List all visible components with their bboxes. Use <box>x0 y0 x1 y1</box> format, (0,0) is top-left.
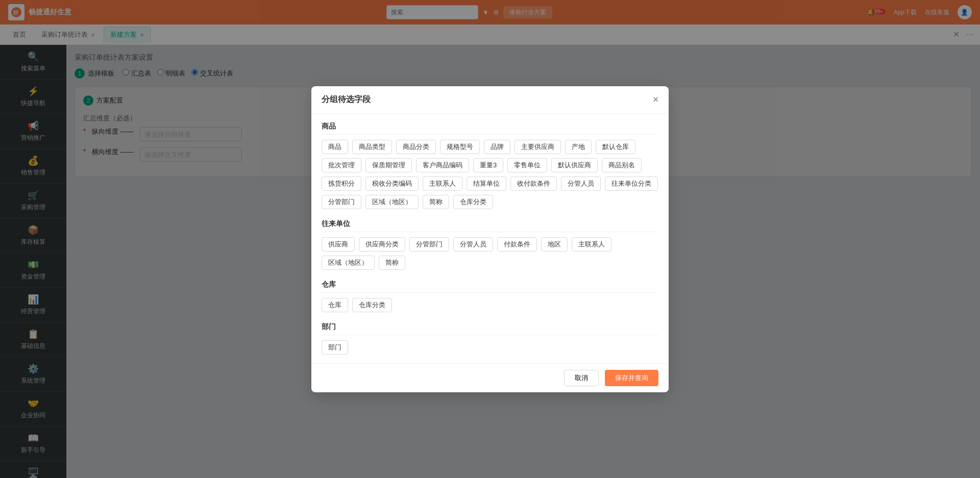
tag-goods-region[interactable]: 区域（地区） <box>365 195 419 209</box>
tag-dept-dept[interactable]: 部门 <box>322 340 348 355</box>
tag-partner-manager[interactable]: 分管人员 <box>453 237 493 251</box>
section-dept-tags: 部门 <box>322 340 658 355</box>
tag-goods-default-warehouse[interactable]: 默认仓库 <box>596 140 635 154</box>
tag-warehouse-cat[interactable]: 仓库分类 <box>352 298 392 312</box>
modal-footer: 取消 保存并查询 <box>311 363 669 392</box>
tag-goods-alias[interactable]: 商品别名 <box>602 158 642 172</box>
section-warehouse-title: 仓库 <box>322 280 658 293</box>
tag-goods-partner-cat[interactable]: 往来单位分类 <box>605 177 658 191</box>
section-warehouse: 仓库 仓库 仓库分类 <box>322 280 658 312</box>
tag-partner-supplier-cat[interactable]: 供应商分类 <box>359 237 405 251</box>
tag-goods-customer-code[interactable]: 客户商品编码 <box>416 158 469 172</box>
tag-goods-dept[interactable]: 分管部门 <box>322 195 361 209</box>
modal-cancel-btn[interactable]: 取消 <box>564 370 599 386</box>
tag-goods-manager[interactable]: 分管人员 <box>561 177 601 191</box>
tag-goods-abbr[interactable]: 简称 <box>423 195 449 209</box>
section-goods-title: 商品 <box>322 122 658 135</box>
tag-goods-origin[interactable]: 产地 <box>565 140 592 154</box>
section-partner-title: 往来单位 <box>322 219 658 232</box>
tag-warehouse-wh[interactable]: 仓库 <box>322 298 348 312</box>
tag-goods-batch[interactable]: 批次管理 <box>322 158 361 172</box>
modal-header: 分组待选字段 × <box>311 86 669 114</box>
modal-field-select: 分组待选字段 × 商品 商品 商品类型 商品分类 规格型号 品牌 主要供应商 产… <box>311 86 669 392</box>
tag-goods-tax-code[interactable]: 税收分类编码 <box>365 177 419 191</box>
tag-goods-retail-unit[interactable]: 零售单位 <box>507 158 547 172</box>
tag-goods-type[interactable]: 商品类型 <box>352 140 392 154</box>
tag-partner-supplier[interactable]: 供应商 <box>322 237 355 251</box>
tag-goods-weight[interactable]: 重量3 <box>473 158 503 172</box>
modal-confirm-btn[interactable]: 保存并查询 <box>605 370 658 386</box>
tag-goods-main-supplier[interactable]: 主要供应商 <box>514 140 561 154</box>
section-dept: 部门 部门 <box>322 322 658 355</box>
tag-goods-quality[interactable]: 保质期管理 <box>365 158 412 172</box>
tag-goods-default-supplier[interactable]: 默认供应商 <box>551 158 598 172</box>
modal-backdrop: 分组待选字段 × 商品 商品 商品类型 商品分类 规格型号 品牌 主要供应商 产… <box>0 0 980 478</box>
modal-body: 商品 商品 商品类型 商品分类 规格型号 品牌 主要供应商 产地 默认仓库 批次… <box>311 114 669 363</box>
tag-goods-brand[interactable]: 品牌 <box>484 140 510 154</box>
tag-goods-payment-terms[interactable]: 收付款条件 <box>510 177 557 191</box>
modal-close-btn[interactable]: × <box>653 94 658 105</box>
tag-goods-wh-cat[interactable]: 仓库分类 <box>453 195 493 209</box>
modal-title: 分组待选字段 <box>322 94 371 105</box>
tag-partner-dept[interactable]: 分管部门 <box>409 237 449 251</box>
tag-partner-contact[interactable]: 主联系人 <box>572 237 611 251</box>
section-partner: 往来单位 供应商 供应商分类 分管部门 分管人员 付款条件 地区 主联系人 区域… <box>322 219 658 270</box>
tag-partner-payment[interactable]: 付款条件 <box>497 237 537 251</box>
tag-partner-region[interactable]: 地区 <box>541 237 568 251</box>
tag-partner-abbr[interactable]: 简称 <box>379 256 405 270</box>
section-goods: 商品 商品 商品类型 商品分类 规格型号 品牌 主要供应商 产地 默认仓库 批次… <box>322 122 658 209</box>
section-partner-tags: 供应商 供应商分类 分管部门 分管人员 付款条件 地区 主联系人 区域（地区） … <box>322 237 658 270</box>
tag-goods-category[interactable]: 商品分类 <box>396 140 436 154</box>
tag-goods-pick-score[interactable]: 拣货积分 <box>322 177 361 191</box>
tag-goods-product[interactable]: 商品 <box>322 140 348 154</box>
tag-goods-spec[interactable]: 规格型号 <box>440 140 480 154</box>
section-dept-title: 部门 <box>322 322 658 335</box>
tag-partner-region2[interactable]: 区域（地区） <box>322 256 375 270</box>
section-goods-tags: 商品 商品类型 商品分类 规格型号 品牌 主要供应商 产地 默认仓库 批次管理 … <box>322 140 658 209</box>
tag-goods-main-contact[interactable]: 主联系人 <box>423 177 462 191</box>
section-warehouse-tags: 仓库 仓库分类 <box>322 298 658 312</box>
tag-goods-settlement-unit[interactable]: 结算单位 <box>467 177 506 191</box>
